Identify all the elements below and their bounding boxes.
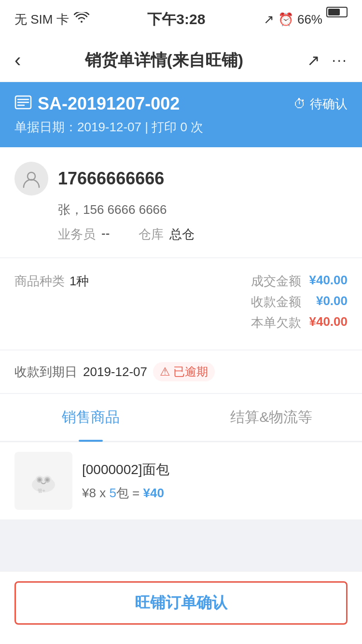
confirm-order-button[interactable]: 旺铺订单确认	[14, 581, 348, 625]
warehouse-value: 总仓	[169, 226, 195, 243]
confirm-bar: 旺铺订单确认	[0, 571, 362, 644]
product-type-item: 商品种类 1种	[14, 273, 89, 290]
clock-icon: ⏱	[293, 97, 306, 112]
product-qty: 5	[109, 486, 116, 500]
received-label: 收款金额	[251, 294, 301, 310]
status-left: 无 SIM 卡	[14, 11, 89, 28]
amount-label: 成交金额	[251, 273, 301, 290]
overdue-badge: ⚠ 已逾期	[153, 362, 215, 381]
header-top: SA-20191207-002 ⏱ 待确认	[14, 94, 348, 114]
order-id: SA-20191207-002	[14, 94, 180, 114]
location-icon: ↗	[264, 12, 274, 27]
battery-icon	[326, 7, 348, 32]
due-label: 收款到期日	[14, 364, 77, 380]
overdue-text: 已逾期	[173, 364, 208, 379]
product-price: ¥8 x	[82, 486, 109, 500]
share-button[interactable]: ↗	[307, 51, 320, 70]
battery-text: 66%	[297, 12, 322, 27]
info-left: 商品种类 1种	[14, 273, 89, 294]
received-value: ¥0.00	[316, 294, 348, 310]
owing-value: ¥40.00	[309, 314, 348, 331]
due-section: 收款到期日 2019-12-07 ⚠ 已逾期	[0, 350, 362, 393]
received-row: 收款金额 ¥0.00	[251, 294, 348, 310]
svg-point-11	[46, 478, 49, 481]
product-item: 管+ [0000002]面包 ¥8 x 5包 = ¥40	[14, 452, 348, 510]
tab-sales-products[interactable]: 销售商品	[0, 394, 181, 441]
order-status-badge: ⏱ 待确认	[293, 96, 348, 112]
customer-meta: 业务员 -- 仓库 总仓	[14, 226, 348, 243]
product-total: ¥40	[143, 486, 164, 500]
customer-phone: 17666666666	[58, 168, 164, 189]
product-name: [0000002]面包	[82, 461, 348, 479]
amount-row: 成交金额 ¥40.00	[251, 273, 348, 290]
owing-row: 本单欠款 ¥40.00	[251, 314, 348, 331]
product-info: [0000002]面包 ¥8 x 5包 = ¥40	[82, 461, 348, 502]
more-button[interactable]: ···	[332, 51, 348, 69]
order-date: 单据日期：2019-12-07 | 打印 0 次	[14, 119, 348, 136]
tabs-section: 销售商品 结算&物流等	[0, 394, 362, 442]
warehouse-item: 仓库 总仓	[139, 226, 195, 243]
svg-text:管+: 管+	[38, 488, 45, 493]
wifi-icon	[74, 12, 89, 27]
avatar	[14, 162, 48, 196]
salesman-value: --	[101, 226, 110, 243]
nav-actions: ↗ ···	[307, 51, 348, 70]
header-banner: SA-20191207-002 ⏱ 待确认 单据日期：2019-12-07 | …	[0, 82, 362, 147]
order-icon	[14, 94, 32, 114]
svg-point-4	[28, 172, 35, 180]
status-bar: 无 SIM 卡 下午3:28 ↗ ⏰ 66%	[0, 0, 362, 39]
tabs-row: 销售商品 结算&物流等	[0, 394, 362, 442]
carrier-text: 无 SIM 卡	[14, 11, 69, 28]
info-section: 商品种类 1种 成交金额 ¥40.00 收款金额 ¥0.00 本单欠款 ¥40.…	[0, 258, 362, 350]
salesman-item: 业务员 --	[58, 226, 110, 243]
warehouse-label: 仓库	[139, 226, 164, 243]
customer-row: 17666666666	[14, 162, 348, 196]
amount-value: ¥40.00	[309, 273, 348, 290]
owing-label: 本单欠款	[251, 314, 301, 331]
product-image: 管+	[14, 452, 72, 510]
salesman-label: 业务员	[58, 226, 96, 243]
info-right: 成交金额 ¥40.00 收款金额 ¥0.00 本单欠款 ¥40.00	[251, 273, 348, 335]
customer-name: 张，156 6666 6666	[14, 201, 348, 218]
product-section: 管+ [0000002]面包 ¥8 x 5包 = ¥40	[0, 442, 362, 519]
info-row: 商品种类 1种 成交金额 ¥40.00 收款金额 ¥0.00 本单欠款 ¥40.…	[14, 273, 348, 335]
alarm-icon: ⏰	[278, 12, 293, 27]
status-text: 待确认	[310, 96, 348, 112]
product-type-label: 商品种类	[14, 273, 65, 290]
overdue-icon: ⚠	[160, 365, 170, 378]
tab-settlement[interactable]: 结算&物流等	[181, 394, 362, 441]
status-time: 下午3:28	[147, 10, 205, 29]
back-button[interactable]: ‹	[14, 49, 21, 71]
svg-point-10	[38, 478, 41, 481]
product-type-value: 1种	[70, 273, 89, 290]
page-title: 销货单详情(来自旺铺)	[85, 49, 244, 71]
status-right: ↗ ⏰ 66%	[264, 7, 348, 32]
product-calc: ¥8 x 5包 = ¥40	[82, 485, 348, 502]
due-date-value: 2019-12-07	[83, 364, 147, 379]
product-unit: 包	[116, 486, 129, 500]
product-eq: =	[129, 486, 143, 500]
nav-bar: ‹ 销货单详情(来自旺铺) ↗ ···	[0, 39, 362, 82]
customer-section: 17666666666 张，156 6666 6666 业务员 -- 仓库 总仓	[0, 147, 362, 257]
